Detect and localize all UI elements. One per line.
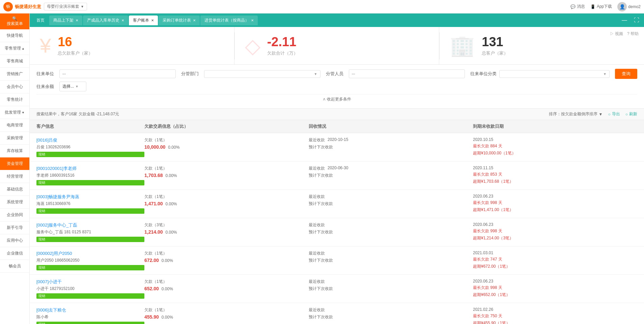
- message-button[interactable]: 💬 消息: [570, 4, 585, 9]
- tab-home[interactable]: 首页: [32, 16, 49, 25]
- download-icon: 📱: [590, 4, 595, 9]
- refresh-button[interactable]: 刷新: [625, 111, 637, 117]
- stat-card-actions: ▷ 视频 ? 帮助: [610, 31, 639, 37]
- tab-product-listing[interactable]: 商品上下架 ✕: [49, 16, 82, 25]
- dept-select[interactable]: ▼: [204, 70, 320, 78]
- stat-label-debt-amount: 欠款合计（万）: [267, 50, 298, 56]
- tab-close-icon3[interactable]: ✕: [151, 19, 154, 22]
- next-collection-0: 预计下次收款: [309, 144, 333, 150]
- sidebar-item-retail-shop[interactable]: 零售商城: [0, 55, 29, 68]
- sidebar-item-marketing[interactable]: 营销推广: [0, 68, 29, 81]
- sidebar-item-wechat[interactable]: 企业微信: [0, 247, 29, 260]
- search-icon: 🔍: [12, 16, 17, 21]
- overdue-amount-3[interactable]: 超期¥1,214.00（3笔）: [473, 235, 637, 241]
- recovery-cell-6: 最近收款 预计下次收款: [309, 307, 473, 320]
- col-header-customer: 客户信息: [36, 123, 144, 129]
- user-menu[interactable]: 👤 demo2: [617, 2, 641, 11]
- results-summary: 搜索结果中，客户16家 欠款金额 -21,148.07元: [36, 111, 119, 117]
- top-bar: 畅 畅捷通好生意 母婴行业演示账套 ▼ 💬 消息 📱 App下载 👤 demo: [0, 0, 644, 13]
- sidebar-item-ecommerce[interactable]: 电商管理: [0, 119, 29, 132]
- sidebar-item-search[interactable]: 🔍 搜索菜单: [0, 13, 29, 29]
- sidebar-item-quick-nav[interactable]: 快捷导航: [0, 29, 29, 42]
- sidebar: 🔍 搜索菜单 快捷导航 零售管理 ▲ 零售商城 营销推广 会员中心: [0, 13, 30, 324]
- overdue-amount-2[interactable]: 超期¥1,471.00（1笔）: [473, 207, 637, 213]
- sidebar-item-finance[interactable]: 资金管理: [0, 157, 29, 170]
- overdue-amount-0[interactable]: 超期¥10,000.00（1笔）: [473, 150, 637, 156]
- table-row: [0001020001]李老师 李老师 18600391516 现销 欠款（1笔…: [30, 161, 644, 190]
- customer-name-6[interactable]: [0006]去下粮仓: [36, 307, 144, 313]
- stat-value-total-customers: 131: [482, 35, 508, 48]
- recovery-cell-0: 最近收款2020-10-15 预计下次收款: [309, 137, 473, 150]
- sidebar-item-system[interactable]: 系统管理: [0, 196, 29, 209]
- sidebar-item-apps[interactable]: 应用中心: [0, 234, 29, 247]
- unit-category-select[interactable]: ▼: [499, 70, 610, 78]
- overdue-amount-5[interactable]: 超期¥652.00（1笔）: [473, 292, 637, 298]
- customer-name-2[interactable]: [0003]畅捷服务尹海蒸: [36, 194, 144, 200]
- debt-percent-0: 0.00%: [168, 145, 179, 150]
- tab-purchase-order[interactable]: 采购订单统计表 ✕: [159, 16, 200, 25]
- search-button[interactable]: 查询: [615, 69, 637, 79]
- overdue-amount-1[interactable]: 超期¥1,703.68（1笔）: [473, 179, 637, 184]
- customer-info-3: [0002]服务中心_丁磊 服务中心_丁磊 181 0125 8371 现销: [36, 222, 144, 242]
- sort-select[interactable]: 排序：按欠款金额倒序排序 ▼: [549, 111, 603, 117]
- sidebar-item-guide[interactable]: 新手引导: [0, 222, 29, 234]
- tab-goods-stats[interactable]: 进货单统计表（按商品） ✕: [200, 16, 258, 25]
- debt-cell-0: 欠款（1笔） 10,000.000.00%: [144, 137, 309, 150]
- tab-close-icon4[interactable]: ✕: [193, 19, 196, 22]
- filter-collapse-button[interactable]: ∧ 收起更多条件: [36, 94, 637, 104]
- next-collection-4: 预计下次收款: [309, 258, 333, 263]
- debt-count-1: 欠款（1笔）: [144, 166, 309, 171]
- tab-close-icon5[interactable]: ✕: [251, 19, 254, 22]
- export-button[interactable]: 导出: [608, 111, 620, 117]
- filter-balance: 往来余额 选择... ▼: [36, 82, 138, 91]
- sidebar-wholesale-label: 批发管理: [5, 110, 21, 115]
- customer-info-5: [0007]小进干 小进干 18279152100 现销: [36, 279, 144, 299]
- sidebar-item-member[interactable]: 畅会员: [0, 260, 29, 273]
- help-label: 帮助: [631, 31, 639, 36]
- customer-name-3[interactable]: [0002]服务中心_丁磊: [36, 222, 144, 228]
- tab-purchase-order-label: 采购订单统计表: [163, 18, 191, 23]
- help-button[interactable]: ? 帮助: [627, 31, 639, 37]
- sidebar-retail-mgmt-label: 零售管理: [5, 46, 21, 51]
- due-date-3: 2020.06.23: [473, 222, 637, 227]
- tab-inventory-history[interactable]: 产成品入库单历史 ✕: [83, 16, 128, 25]
- tab-minimize-button[interactable]: —: [620, 17, 629, 24]
- last-collection-label-5: 最近收款: [309, 279, 325, 285]
- balance-select[interactable]: 选择... ▼: [59, 82, 86, 91]
- due-date-2: 2020.06.23: [473, 194, 637, 199]
- sidebar-item-retail-mgmt[interactable]: 零售管理 ▲: [0, 42, 29, 55]
- sidebar-item-membership[interactable]: 会员中心: [0, 81, 29, 93]
- tab-close-icon[interactable]: ✕: [76, 19, 78, 22]
- app-download-button[interactable]: 📱 App下载: [590, 4, 612, 9]
- person-value: ···: [352, 71, 355, 76]
- sidebar-item-retail-stats[interactable]: 零售统计: [0, 93, 29, 106]
- tab-maximize-button[interactable]: ⛶: [632, 17, 641, 24]
- customer-name-4[interactable]: [000002]用户2050: [36, 251, 144, 257]
- store-selector[interactable]: 母婴行业演示账套 ▼: [44, 3, 87, 10]
- col-header-debt: 欠款交易信息（占比）: [144, 123, 309, 129]
- sidebar-item-purchase[interactable]: 采购管理: [0, 132, 29, 145]
- customer-tag-1: 现销: [36, 180, 144, 185]
- table-row: [0006]去下粮仓 陈小希 现销 欠款（1笔） 455.900.00% 最近收…: [30, 303, 644, 324]
- customer-name-1[interactable]: [0001020001]李老师: [36, 166, 144, 172]
- sidebar-item-wholesale-mgmt[interactable]: 批发管理 ▼: [0, 106, 29, 119]
- customer-name-5[interactable]: [0007]小进干: [36, 279, 144, 285]
- dept-label: 分管部门: [181, 71, 201, 77]
- sidebar-member-label: 畅会员: [9, 264, 21, 268]
- last-collection-label-3: 最近收款: [309, 222, 325, 228]
- debt-amount-4: 672.00: [144, 258, 159, 263]
- overdue-days-2: 最长欠款 998 天: [473, 200, 637, 206]
- sidebar-item-inventory[interactable]: 库存核算: [0, 145, 29, 157]
- sidebar-item-operations[interactable]: 经营管理: [0, 170, 29, 183]
- overdue-amount-4[interactable]: 超期¥672.00（1笔）: [473, 264, 637, 269]
- person-input[interactable]: ···: [349, 69, 465, 78]
- overdue-amount-6[interactable]: 超期¥455.90（1笔）: [473, 320, 637, 324]
- tab-customer-account[interactable]: 客户账本 ✕: [129, 16, 158, 25]
- table-container: 客户信息 欠款交易信息（占比） 回收情况 到期未收款日期 [0016]吕俊 吕俊…: [30, 120, 644, 324]
- sidebar-item-basic-info[interactable]: 基础信息: [0, 183, 29, 196]
- tab-close-icon2[interactable]: ✕: [121, 19, 124, 22]
- customer-name-0[interactable]: [0016]吕俊: [36, 137, 144, 143]
- sidebar-item-collaboration[interactable]: 企业协同: [0, 209, 29, 222]
- video-button[interactable]: ▷ 视频: [610, 31, 623, 37]
- source-unit-input[interactable]: ···: [59, 69, 176, 78]
